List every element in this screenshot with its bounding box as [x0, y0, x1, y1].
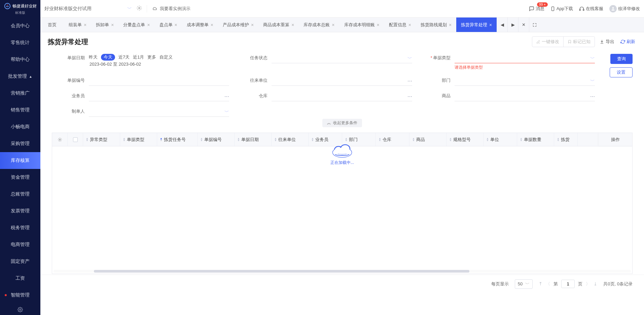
filter-date: 单据日期 昨天 今天 近7天 近1月 更多 自定义 2023-06-02 至 2…: [52, 54, 229, 67]
tab-pick-exception[interactable]: 拣货异常处理×: [456, 18, 497, 32]
user-menu[interactable]: 徐泽华修改: [609, 5, 640, 12]
close-icon[interactable]: ×: [211, 22, 213, 28]
tab-bar: 首页 组装单× 拆卸单× 分量盘点单× 盘点单× 成本调整单× 产品成本维护× …: [40, 18, 644, 32]
date-opt-yesterday[interactable]: 昨天: [89, 54, 98, 60]
date-opt-1m[interactable]: 近1月: [133, 54, 144, 60]
page-size-select[interactable]: 50﹀: [515, 279, 533, 289]
env-settings-button[interactable]: [137, 5, 142, 12]
first-page-button[interactable]: ⤒: [539, 281, 542, 286]
date-opt-7d[interactable]: 近7天: [118, 54, 130, 60]
filter-settings-button[interactable]: 设置: [610, 67, 633, 77]
svg-point-0: [5, 3, 10, 9]
sort-icon: ▲▼: [557, 138, 560, 142]
page-size-label: 每页显示: [491, 281, 509, 287]
app-download-button[interactable]: App下载: [550, 6, 573, 12]
sidebar-item-purchase[interactable]: 采购管理: [0, 135, 40, 152]
doc-no-input[interactable]: [89, 76, 229, 86]
sidebar-item-smart[interactable]: 智能管理: [0, 287, 40, 304]
messages-button[interactable]: 消息 99 +: [529, 6, 544, 12]
chevron-down-icon: ﹀: [588, 78, 595, 84]
more-icon[interactable]: ⋯: [588, 94, 595, 99]
demo-link[interactable]: 我要看实例演示: [152, 6, 190, 12]
close-icon[interactable]: ×: [377, 22, 380, 28]
environment-label: 好业财标准版交付试用: [44, 6, 92, 12]
sidebar-item-salary[interactable]: 工资: [0, 270, 40, 287]
refresh-button[interactable]: 刷新: [619, 37, 637, 47]
partner-select[interactable]: ⋯: [272, 76, 412, 86]
tab-pick-route[interactable]: 拣货路线规划×: [416, 18, 456, 32]
sidebar-menu: 会员中心 零售统计 帮助中心 批发管理▲ 营销推广 销售管理 小畅电商 采购管理…: [0, 18, 40, 304]
sidebar-item-marketing[interactable]: 营销推广: [0, 85, 40, 102]
date-opt-custom[interactable]: 自定义: [159, 54, 173, 60]
bulk-action-group: 一键修改 标记已知: [532, 36, 595, 47]
next-page-button[interactable]: 〉: [586, 281, 590, 287]
close-icon[interactable]: ×: [489, 22, 492, 28]
tab-inventory-ledger[interactable]: 库存成本总账×: [299, 18, 339, 32]
salesman-select[interactable]: ⋯: [89, 92, 229, 101]
sidebar-item-ecommerce[interactable]: 电商管理: [0, 236, 40, 253]
close-icon[interactable]: ×: [251, 22, 254, 28]
sidebar-item-retail-stats[interactable]: 零售统计: [0, 34, 40, 51]
tab-count[interactable]: 盘点单×: [155, 18, 182, 32]
more-icon[interactable]: ⋯: [405, 94, 412, 99]
task-status-select[interactable]: ﹀: [272, 54, 412, 63]
page-suffix: 页: [578, 281, 582, 287]
close-icon[interactable]: ×: [175, 22, 177, 28]
export-button[interactable]: 导出: [598, 37, 616, 47]
tab-scroll-left[interactable]: ◀: [497, 18, 507, 32]
sidebar-item-fixed-assets[interactable]: 固定资产: [0, 253, 40, 270]
tab-fullscreen[interactable]: [529, 18, 540, 32]
close-icon[interactable]: ×: [111, 22, 114, 28]
close-icon[interactable]: ×: [332, 22, 334, 28]
sidebar-item-ecommerce-xc[interactable]: 小畅电商: [0, 118, 40, 135]
creator-select[interactable]: ﹀: [89, 107, 229, 117]
prev-page-button[interactable]: 〈: [546, 281, 550, 287]
environment-select[interactable]: 好业财标准版交付试用 ﹀: [44, 6, 132, 12]
sidebar-item-wholesale[interactable]: 批发管理▲: [0, 68, 40, 85]
sidebar-item-help-center[interactable]: 帮助中心: [0, 51, 40, 68]
collapse-filters-button[interactable]: ︽ 收起更多条件: [322, 119, 362, 127]
tab-disassembly[interactable]: 拆卸单×: [91, 18, 118, 32]
more-icon[interactable]: ⋯: [405, 78, 412, 84]
sidebar-item-business[interactable]: 经营管理: [0, 304, 40, 304]
date-opt-more[interactable]: 更多: [147, 54, 156, 60]
tab-partial-count[interactable]: 分量盘点单×: [118, 18, 154, 32]
sort-icon: ▲▼: [86, 138, 88, 142]
tab-close-all[interactable]: ✕: [518, 18, 529, 32]
sidebar-item-invoice[interactable]: 发票管理: [0, 203, 40, 219]
sidebar-item-inventory-cost[interactable]: 库存核算: [0, 152, 40, 169]
close-icon[interactable]: ×: [291, 22, 294, 28]
last-page-button[interactable]: ⤓: [594, 281, 597, 286]
sidebar-settings[interactable]: [0, 304, 40, 315]
product-select[interactable]: ⋯: [455, 92, 595, 101]
more-icon[interactable]: ⋯: [222, 94, 229, 99]
sidebar-item-funds[interactable]: 资金管理: [0, 169, 40, 186]
tab-product-cost[interactable]: 产品成本维护×: [218, 18, 258, 32]
horizontal-scrollbar[interactable]: [52, 269, 632, 274]
close-icon[interactable]: ×: [147, 22, 150, 28]
tab-goods-cost-recalc[interactable]: 商品成本重算×: [258, 18, 299, 32]
tab-scroll-right[interactable]: ▶: [507, 18, 518, 32]
close-icon[interactable]: ×: [84, 22, 86, 28]
support-button[interactable]: 在线客服: [579, 6, 603, 12]
cloud-icon: [152, 6, 158, 12]
tab-home[interactable]: 首页: [40, 18, 64, 32]
sidebar-item-tax[interactable]: 税务管理: [0, 219, 40, 236]
sidebar-item-sales[interactable]: 销售管理: [0, 102, 40, 118]
chevron-down-icon: ﹀: [525, 281, 530, 287]
tab-cost-adjust[interactable]: 成本调整单×: [182, 18, 218, 32]
dept-select[interactable]: ﹀: [455, 76, 595, 86]
close-icon[interactable]: ×: [408, 22, 411, 28]
doc-type-select[interactable]: ﹀: [455, 54, 595, 63]
sidebar-item-member-center[interactable]: 会员中心: [0, 18, 40, 34]
scrollbar-thumb[interactable]: [94, 270, 469, 273]
tab-config[interactable]: 配置信息×: [384, 18, 416, 32]
tab-assembly[interactable]: 组装单×: [64, 18, 91, 32]
query-button[interactable]: 查询: [610, 54, 633, 64]
sidebar-item-ledger[interactable]: 总账管理: [0, 186, 40, 203]
page-input[interactable]: [561, 280, 575, 288]
warehouse-select[interactable]: ⋯: [272, 92, 412, 101]
close-icon[interactable]: ×: [449, 22, 452, 28]
date-opt-today[interactable]: 今天: [101, 54, 115, 61]
tab-inventory-detail[interactable]: 库存成本明细账×: [339, 18, 384, 32]
